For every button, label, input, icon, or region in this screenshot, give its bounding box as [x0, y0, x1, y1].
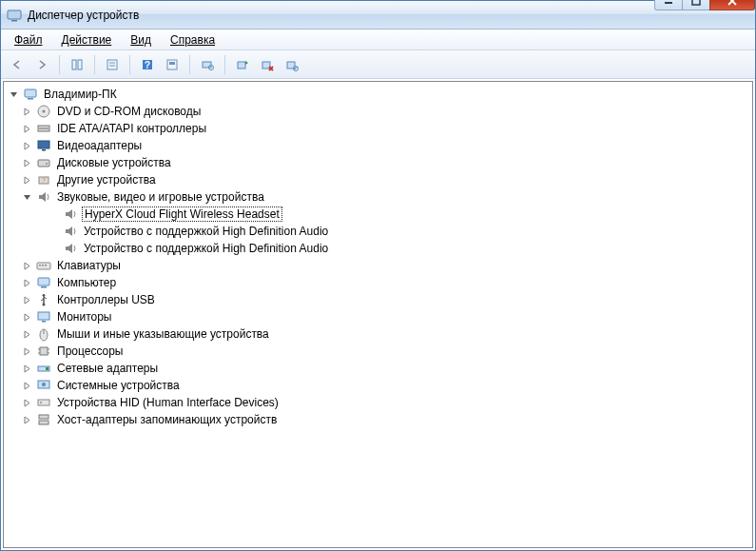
- collapse-icon[interactable]: [8, 89, 19, 100]
- tree-root[interactable]: Владимир-ПК: [6, 86, 750, 103]
- svg-rect-49: [46, 367, 48, 370]
- tree-category[interactable]: IDE ATA/ATAPI контроллеры: [6, 120, 750, 137]
- expand-icon[interactable]: [21, 260, 32, 271]
- svg-rect-40: [42, 321, 46, 323]
- computer-icon: [36, 275, 51, 290]
- expand-icon[interactable]: [21, 345, 32, 357]
- storage-icon: [36, 412, 51, 427]
- tree-category[interactable]: Системные устройства: [6, 377, 750, 394]
- scan-hardware-button[interactable]: [197, 54, 218, 75]
- sound-icon: [63, 207, 78, 222]
- device-manager-window: Диспетчер устройств Файл Действие Вид Сп…: [0, 0, 756, 551]
- window-title: Диспетчер устройств: [28, 9, 655, 22]
- tree-category-label: Контроллеры USB: [55, 293, 157, 306]
- sound-icon: [63, 224, 78, 239]
- expand-icon[interactable]: [21, 157, 32, 168]
- network-icon: [36, 361, 51, 376]
- tree-category[interactable]: Хост-адаптеры запоминающих устройств: [6, 411, 750, 428]
- tree-category[interactable]: Устройства HID (Human Interface Devices): [6, 394, 750, 411]
- svg-rect-37: [41, 286, 47, 288]
- tree-category[interactable]: DVD и CD-ROM дисководы: [6, 103, 750, 120]
- expand-icon[interactable]: [21, 363, 32, 374]
- expand-icon[interactable]: [21, 328, 32, 340]
- ide-icon: [36, 121, 51, 136]
- tree-category-label: Мониторы: [55, 310, 113, 324]
- tree-category-label: DVD и CD-ROM дисководы: [55, 105, 203, 118]
- close-button[interactable]: [709, 0, 755, 10]
- computer-icon: [23, 87, 38, 102]
- sound-icon: [63, 241, 78, 256]
- tree-category[interactable]: ? Другие устройства: [6, 171, 750, 188]
- svg-rect-52: [38, 400, 49, 405]
- disable-button[interactable]: [281, 54, 302, 75]
- expand-icon[interactable]: [21, 174, 32, 186]
- tree-device[interactable]: HyperX Cloud Flight Wireless Headset: [6, 206, 750, 223]
- system-icon: [36, 378, 51, 393]
- help-button[interactable]: ?: [137, 54, 158, 75]
- tree-root-label: Владимир-ПК: [42, 88, 119, 101]
- tree-category[interactable]: Мыши и иные указывающие устройства: [6, 325, 750, 343]
- show-hide-tree-button[interactable]: [67, 54, 87, 75]
- expand-icon[interactable]: [21, 106, 32, 117]
- svg-text:?: ?: [145, 60, 150, 70]
- expand-icon[interactable]: [21, 397, 32, 408]
- tree-category[interactable]: Мониторы: [6, 308, 750, 325]
- update-driver-button[interactable]: [232, 54, 253, 75]
- uninstall-button[interactable]: [257, 54, 278, 75]
- tree-category[interactable]: Дисковые устройства: [6, 154, 750, 171]
- minimize-button[interactable]: [654, 0, 683, 10]
- svg-rect-28: [38, 160, 49, 167]
- svg-rect-27: [42, 149, 46, 151]
- tree-device[interactable]: Устройство с поддержкой High Definition …: [6, 223, 750, 240]
- device-tree-pane[interactable]: Владимир-ПК DVD и CD-ROM дисководы IDE A…: [3, 81, 753, 548]
- toolbar: ?: [1, 50, 755, 79]
- expand-icon[interactable]: [21, 294, 32, 305]
- tree-category[interactable]: Компьютер: [6, 274, 750, 291]
- tree-category[interactable]: Видеоадаптеры: [6, 137, 750, 154]
- menu-file[interactable]: Файл: [7, 31, 50, 49]
- expand-icon[interactable]: [21, 311, 32, 323]
- tree-category-label: Видеоадаптеры: [55, 139, 144, 152]
- expand-icon[interactable]: [21, 123, 32, 134]
- svg-rect-1: [11, 20, 17, 22]
- maximize-button[interactable]: [682, 0, 710, 10]
- svg-rect-0: [8, 10, 21, 19]
- menu-help[interactable]: Справка: [163, 31, 223, 49]
- svg-point-29: [46, 163, 48, 165]
- tree-device[interactable]: Устройство с поддержкой High Definition …: [6, 240, 750, 257]
- svg-rect-4: [72, 60, 76, 69]
- tree-category-label: Другие устройства: [55, 173, 158, 187]
- tree-category[interactable]: Процессоры: [6, 343, 750, 360]
- svg-rect-35: [45, 265, 47, 266]
- menu-action[interactable]: Действие: [54, 31, 120, 49]
- expand-icon[interactable]: [21, 380, 32, 391]
- expand-icon[interactable]: [21, 277, 32, 288]
- expand-icon[interactable]: [21, 414, 32, 425]
- tree-category-label: Хост-адаптеры запоминающих устройств: [55, 413, 279, 426]
- collapse-icon[interactable]: [21, 191, 32, 203]
- titlebar[interactable]: Диспетчер устройств: [1, 1, 755, 30]
- keyboard-icon: [36, 258, 51, 273]
- tree-device-label: Устройство с поддержкой High Definition …: [82, 225, 330, 238]
- disc-icon: [36, 104, 51, 119]
- tree-category-label: IDE ATA/ATAPI контроллеры: [55, 122, 208, 135]
- tree-category-label: Звуковые, видео и игровые устройства: [55, 190, 266, 204]
- back-button[interactable]: [7, 54, 28, 75]
- tree-category[interactable]: Контроллеры USB: [6, 291, 750, 308]
- hid-icon: [36, 395, 51, 410]
- forward-button[interactable]: [31, 54, 52, 75]
- tree-category[interactable]: Звуковые, видео и игровые устройства: [6, 188, 750, 206]
- tree-category-label: Компьютер: [55, 276, 118, 289]
- app-icon: [7, 8, 22, 23]
- svg-rect-21: [28, 98, 33, 100]
- expand-icon[interactable]: [21, 140, 32, 151]
- menu-view[interactable]: Вид: [123, 31, 159, 49]
- properties-button[interactable]: [102, 54, 123, 75]
- tree-category-label: Сетевые адаптеры: [55, 362, 160, 375]
- svg-rect-26: [38, 141, 49, 148]
- usb-icon: [36, 292, 51, 307]
- tree-category[interactable]: Сетевые адаптеры: [6, 360, 750, 377]
- svg-point-53: [40, 402, 42, 403]
- action-button[interactable]: [162, 54, 183, 75]
- tree-category[interactable]: Клавиатуры: [6, 257, 750, 274]
